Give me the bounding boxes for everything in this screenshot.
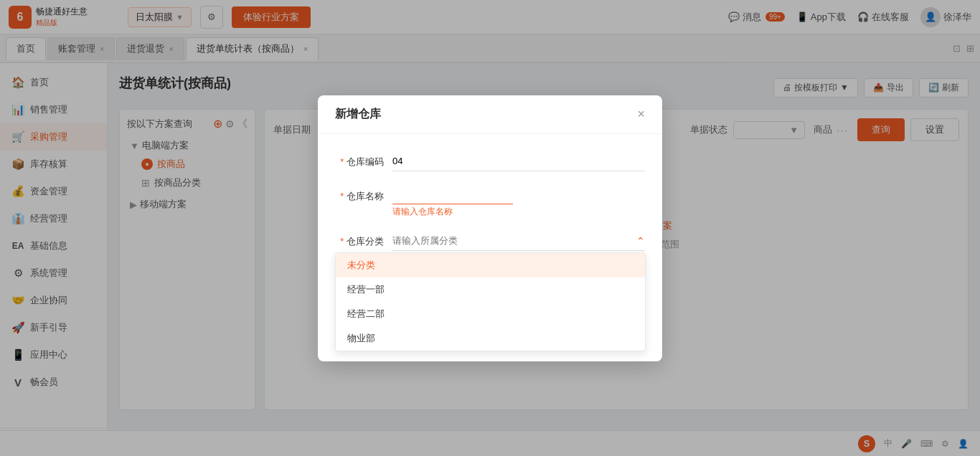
category-arrow-icon[interactable]: ⌃ bbox=[636, 235, 645, 247]
name-row: * 仓库名称 请输入仓库名称 bbox=[335, 184, 645, 218]
dropdown-item-uncategorized[interactable]: 未分类 bbox=[336, 253, 645, 277]
category-select-container: ⌃ 未分类 经营一部 经营二部 物业部 bbox=[392, 231, 645, 251]
name-input[interactable] bbox=[392, 184, 513, 204]
category-dropdown: 未分类 经营一部 经营二部 物业部 bbox=[335, 252, 646, 351]
category-row: * 仓库分类 ⌃ 未分类 经营一部 经营二部 物业部 bbox=[335, 231, 645, 251]
dropdown-item-dept1[interactable]: 经营一部 bbox=[336, 277, 645, 302]
dropdown-item-dept2[interactable]: 经营二部 bbox=[336, 302, 645, 326]
name-error-hint: 请输入仓库名称 bbox=[392, 206, 453, 218]
dropdown-item-dept3[interactable]: 物业部 bbox=[336, 326, 645, 351]
category-input[interactable] bbox=[392, 231, 645, 251]
new-warehouse-modal: 新增仓库 × * 仓库编码 * 仓库名称 请输入仓库名称 bbox=[318, 95, 662, 361]
modal-overlay: 新增仓库 × * 仓库编码 * 仓库名称 请输入仓库名称 bbox=[0, 0, 980, 456]
code-label: * 仓库编码 bbox=[335, 151, 392, 168]
modal-header: 新增仓库 × bbox=[318, 95, 662, 134]
modal-close-button[interactable]: × bbox=[637, 107, 645, 122]
modal-title: 新增仓库 bbox=[335, 107, 381, 122]
name-label: * 仓库名称 bbox=[335, 186, 392, 203]
modal-body: * 仓库编码 * 仓库名称 请输入仓库名称 * 仓库分类 bbox=[318, 134, 662, 314]
code-input[interactable] bbox=[392, 151, 645, 171]
category-label: * 仓库分类 bbox=[335, 231, 392, 248]
code-row: * 仓库编码 bbox=[335, 151, 645, 171]
